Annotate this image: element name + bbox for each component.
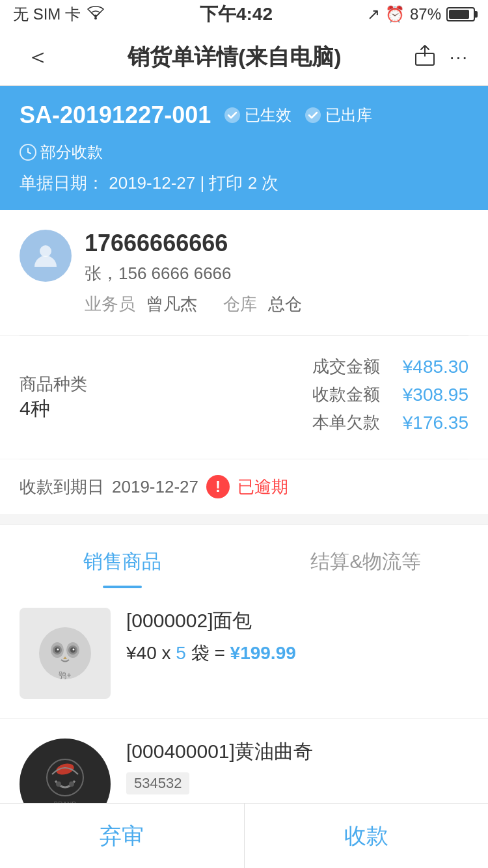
svg-point-13: [57, 649, 59, 651]
financial-stats: 成交金额 ¥485.30 收款金额 ¥308.95 本单欠款 ¥176.35: [312, 355, 468, 439]
product-types-label: 商品种类: [20, 373, 87, 396]
product-name-2: [000400001]黄油曲奇: [126, 739, 468, 765]
customer-card: 17666666666 张，156 6666 6666 业务员 曾凡杰 仓库 总…: [0, 210, 488, 335]
status-partial-payment: 部分收款: [20, 142, 103, 163]
status-activated: 已生效: [224, 105, 291, 126]
customer-avatar: [20, 230, 72, 282]
section-divider: [0, 514, 488, 524]
tabs: 销售商品 结算&物流等: [0, 536, 488, 588]
customer-account: 17666666666: [85, 230, 468, 257]
salesman-value: 曾凡杰: [146, 294, 197, 314]
due-date-section: 收款到期日 2019-12-27 ! 已逾期: [0, 459, 488, 514]
location-icon: ↗: [367, 5, 380, 23]
wifi-icon: [86, 5, 105, 23]
status-shipped: 已出库: [305, 105, 372, 126]
price-base-1: ¥40: [126, 643, 157, 663]
svg-point-0: [94, 17, 97, 20]
transaction-row: 成交金额 ¥485.30: [312, 355, 468, 378]
overdue-icon: !: [206, 475, 230, 498]
warehouse-value: 总仓: [268, 294, 302, 314]
warehouse-label: 仓库: [223, 294, 257, 314]
nav-bar: ＜ 销货单详情(来自电脑) ···: [0, 29, 488, 86]
debt-row: 本单欠款 ¥176.35: [312, 411, 468, 434]
tab-products[interactable]: 销售商品: [0, 536, 244, 588]
salesman-info: 业务员 曾凡杰: [85, 293, 197, 316]
multiply-sign-1: x: [162, 643, 176, 663]
total-1: ¥199.99: [230, 643, 296, 663]
customer-info: 17666666666 张，156 6666 6666 业务员 曾凡杰 仓库 总…: [85, 230, 468, 316]
tabs-container: 销售商品 结算&物流等: [0, 524, 488, 588]
svg-point-2: [224, 107, 240, 123]
svg-text:鸮+: 鸮+: [59, 671, 71, 680]
page-title: 销货单详情(来自电脑): [56, 42, 413, 72]
confirm-button[interactable]: 收款: [244, 804, 489, 868]
due-date-value: 2019-12-27: [112, 477, 198, 497]
alarm-icon: ⏰: [385, 5, 405, 23]
overdue-text: 已逾期: [237, 476, 288, 498]
person-icon: [29, 239, 62, 272]
product-image-1: 鸮+: [20, 608, 111, 699]
svg-point-3: [305, 107, 321, 123]
product-types: 商品种类 4种: [20, 373, 87, 422]
share-button[interactable]: [413, 43, 437, 72]
svg-point-20: [56, 781, 61, 787]
status-bar: 无 SIM 卡 下午4:42 ↗ ⏰ 87%: [0, 0, 488, 29]
order-id: SA-20191227-001: [20, 102, 211, 129]
order-banner: SA-20191227-001 已生效 已出库 部分收款 单据日期： 2019-…: [0, 86, 488, 210]
unit-1: 袋: [191, 643, 210, 663]
customer-name-phone: 张，156 6666 6666: [85, 262, 468, 285]
bottom-bar: 弃审 收款: [0, 803, 488, 868]
warehouse-info: 仓库 总仓: [223, 293, 302, 316]
more-button[interactable]: ···: [450, 47, 468, 68]
salesman-label: 业务员: [85, 294, 135, 314]
svg-point-5: [40, 245, 51, 257]
debt-label: 本单欠款: [312, 411, 380, 434]
status-right: ↗ ⏰ 87%: [367, 5, 475, 23]
carrier-label: 无 SIM 卡: [13, 4, 81, 25]
quantity-1: 5: [176, 643, 186, 663]
battery-percent: 87%: [410, 5, 441, 23]
received-row: 收款金额 ¥308.95: [312, 383, 468, 406]
status-time: 下午4:42: [200, 2, 273, 27]
received-value: ¥308.95: [390, 385, 468, 405]
order-meta: 单据日期： 2019-12-27 | 打印 2 次: [20, 172, 468, 195]
nav-actions: ···: [413, 43, 468, 72]
debt-value: ¥176.35: [390, 413, 468, 433]
order-id-row: SA-20191227-001 已生效 已出库 部分收款: [20, 102, 468, 163]
svg-point-21: [69, 781, 74, 787]
tab-settlement[interactable]: 结算&物流等: [244, 536, 488, 588]
product-details-1: [0000002]面包 ¥40 x 5 袋 = ¥199.99: [126, 608, 468, 666]
equals-sign-1: =: [214, 643, 230, 663]
transaction-label: 成交金额: [312, 355, 380, 378]
product-types-value: 4种: [20, 396, 87, 422]
stats-section: 商品种类 4种 成交金额 ¥485.30 收款金额 ¥308.95 本单欠款 ¥…: [0, 336, 488, 459]
battery-fill: [449, 10, 469, 19]
owl-icon: 鸮+: [33, 621, 98, 686]
svg-point-14: [73, 649, 75, 651]
battery-icon: [446, 7, 475, 21]
cancel-button[interactable]: 弃审: [0, 804, 244, 868]
product-name-1: [0000002]面包: [126, 608, 468, 634]
product-batch-2: 534532: [126, 772, 189, 794]
due-date-label: 收款到期日: [20, 476, 104, 498]
product-price-1: ¥40 x 5 袋 = ¥199.99: [126, 641, 468, 666]
back-button[interactable]: ＜: [20, 34, 56, 79]
transaction-value: ¥485.30: [390, 357, 468, 377]
customer-detail: 业务员 曾凡杰 仓库 总仓: [85, 293, 468, 316]
received-label: 收款金额: [312, 383, 380, 406]
table-row: 鸮+ [0000002]面包 ¥40 x 5 袋 = ¥199.99: [0, 588, 488, 719]
date-label: 单据日期：: [20, 173, 104, 193]
order-date: 2019-12-27: [109, 173, 195, 193]
status-left: 无 SIM 卡: [13, 4, 105, 25]
print-info: | 打印 2 次: [200, 173, 278, 193]
